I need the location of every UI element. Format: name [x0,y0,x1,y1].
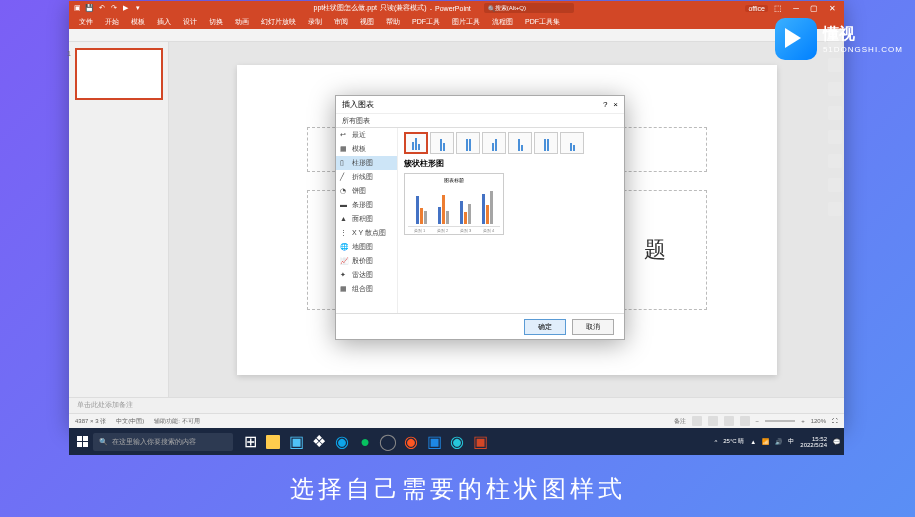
category-combo[interactable]: ▦组合图 [336,282,397,296]
line-chart-icon: ╱ [340,173,349,182]
network-icon[interactable]: 📶 [762,438,769,445]
app-icon-3[interactable]: ◯ [377,431,399,453]
dialog-close-icon[interactable]: × [613,100,618,109]
fit-window-icon[interactable]: ⛶ [832,418,838,424]
tab-transition[interactable]: 切换 [203,15,229,29]
panel-icons-icon[interactable] [828,130,842,144]
subtype-3d-column[interactable] [560,132,584,154]
category-map[interactable]: 🌐地图图 [336,240,397,254]
wechat-icon[interactable]: ● [354,431,376,453]
subtype-stacked-column[interactable] [430,132,454,154]
zoom-slider[interactable] [765,420,795,422]
tab-picture-tools[interactable]: 图片工具 [446,15,486,29]
tray-icon-1[interactable]: ▲ [750,439,756,445]
document-mode: 只读(兼容模式) [380,3,427,13]
dialog-help-icon[interactable]: ? [603,100,607,109]
dialog-tab[interactable]: 所有图表 [336,114,624,128]
taskbar-search[interactable]: 🔍 在这里输入你要搜索的内容 [93,433,233,451]
search-placeholder: 搜索(Alt+Q) [495,4,526,13]
clock-date[interactable]: 2022/5/24 [800,442,827,448]
category-pie[interactable]: ◔饼图 [336,184,397,198]
cancel-button[interactable]: 取消 [572,319,614,335]
category-stock[interactable]: 📈股价图 [336,254,397,268]
overflow-icon[interactable]: ▾ [133,4,142,13]
panel-table-icon[interactable] [828,178,842,192]
category-template[interactable]: ▦模板 [336,142,397,156]
tab-design[interactable]: 设计 [177,15,203,29]
app-icon-4[interactable]: ◉ [400,431,422,453]
zoom-out-icon[interactable]: − [756,418,760,424]
edge-icon[interactable]: ◉ [331,431,353,453]
tab-file[interactable]: 文件 [73,15,99,29]
sorter-view-icon[interactable] [708,416,718,426]
slideshow-view-icon[interactable] [740,416,750,426]
tab-view[interactable]: 视图 [354,15,380,29]
panel-design-icon[interactable] [828,58,842,72]
slide-number: 1 [67,50,71,57]
tab-pdf[interactable]: PDF工具 [406,15,446,29]
stock-chart-icon: 📈 [340,257,349,266]
tab-template[interactable]: 模板 [125,15,151,29]
start-button[interactable] [73,433,91,451]
explorer-icon[interactable] [266,435,280,449]
category-area[interactable]: ▲面积图 [336,212,397,226]
save-icon[interactable]: 💾 [85,4,94,13]
slides-panel[interactable]: 1 [69,42,169,397]
subtype-clustered-column[interactable] [404,132,428,154]
notes-button[interactable]: 备注 [674,417,686,426]
category-line[interactable]: ╱折线图 [336,170,397,184]
normal-view-icon[interactable] [692,416,702,426]
search-box[interactable]: 🔍 搜索(Alt+Q) [484,3,574,13]
tab-record[interactable]: 录制 [302,15,328,29]
tab-animation[interactable]: 动画 [229,15,255,29]
app-icon-6[interactable]: ◉ [446,431,468,453]
ime-icon[interactable]: 中 [788,437,794,446]
ok-button[interactable]: 确定 [524,319,566,335]
notes-pane[interactable]: 单击此处添加备注 [69,397,844,413]
notifications-icon[interactable]: 💬 [833,438,840,445]
panel-shapes-icon[interactable] [828,106,842,120]
redo-icon[interactable]: ↷ [109,4,118,13]
powerpoint-taskbar-icon[interactable]: ▣ [469,431,491,453]
tab-pdf-toolset[interactable]: PDF工具集 [519,15,566,29]
app-icon-2[interactable]: ❖ [308,431,330,453]
tab-help[interactable]: 帮助 [380,15,406,29]
tab-slideshow[interactable]: 幻灯片放映 [255,15,302,29]
zoom-in-icon[interactable]: + [801,418,805,424]
zoom-value[interactable]: 120% [811,418,826,424]
reading-view-icon[interactable] [724,416,734,426]
category-scatter[interactable]: ⋮X Y 散点图 [336,226,397,240]
undo-icon[interactable]: ↶ [97,4,106,13]
language-indicator[interactable]: 中文(中国) [116,417,144,426]
tab-insert[interactable]: 插入 [151,15,177,29]
category-recent[interactable]: ↩最近 [336,128,397,142]
ribbon-display-icon[interactable]: ⬚ [770,1,786,15]
panel-transition-icon[interactable] [828,82,842,96]
panel-more-icon[interactable] [828,202,842,216]
category-radar[interactable]: ✦雷达图 [336,268,397,282]
accessibility-status[interactable]: 辅助功能: 不可用 [154,417,199,426]
chart-preview: 图表标题 类别 1 类别 2 类别 3 类别 4 [404,173,504,235]
category-column[interactable]: ▯柱形图 [336,156,397,170]
subtype-3d-stacked[interactable] [508,132,532,154]
weather-widget[interactable]: 25°C 晴 [723,437,744,446]
app-icon-1[interactable]: ▣ [285,431,307,453]
subtype-100-stacked-column[interactable] [456,132,480,154]
slide-thumbnail-1[interactable]: 1 [75,48,163,100]
tab-home[interactable]: 开始 [99,15,125,29]
taskbar-search-placeholder: 在这里输入你要搜索的内容 [112,437,196,447]
close-icon[interactable]: ✕ [824,1,840,15]
tab-review[interactable]: 审阅 [328,15,354,29]
subtype-3d-clustered[interactable] [482,132,506,154]
volume-icon[interactable]: 🔊 [775,438,782,445]
category-bar[interactable]: ▬条形图 [336,198,397,212]
tray-overflow-icon[interactable]: ^ [714,439,717,445]
task-view-icon[interactable]: ⊞ [239,431,261,453]
minimize-icon[interactable]: ─ [788,1,804,15]
tab-flowchart[interactable]: 流程图 [486,15,519,29]
app-icon-5[interactable]: ▣ [423,431,445,453]
panel-master-icon[interactable] [828,154,842,168]
maximize-icon[interactable]: ▢ [806,1,822,15]
subtype-3d-100-stacked[interactable] [534,132,558,154]
present-icon[interactable]: ▶ [121,4,130,13]
